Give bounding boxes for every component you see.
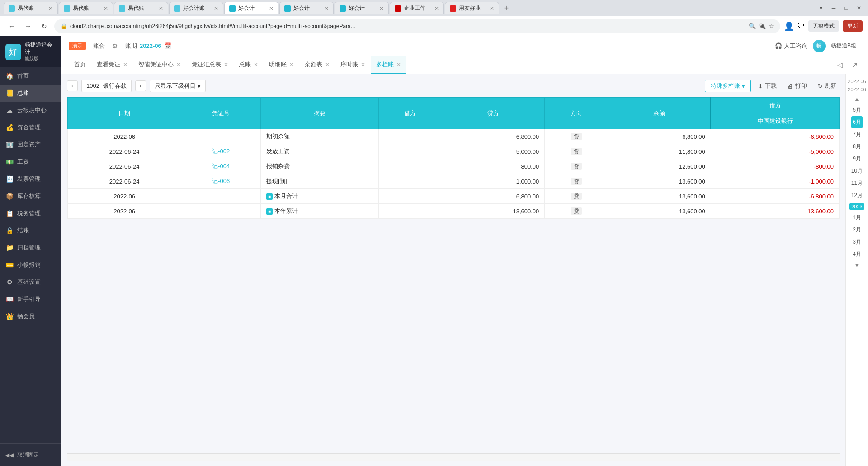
month-nav-item[interactable]: 7月 xyxy=(849,128,864,141)
tab-list-button[interactable]: ▾ xyxy=(816,3,826,14)
browser-tab-3[interactable]: 易代账 ✕ xyxy=(114,2,168,14)
tab-close-6[interactable]: ✕ xyxy=(324,5,329,12)
refresh-button[interactable]: ↻ xyxy=(38,20,51,33)
scroll-up-button[interactable]: ▲ xyxy=(846,94,868,104)
download-button[interactable]: ⬇ 下载 xyxy=(755,80,780,92)
bookmark-icon[interactable]: ☆ xyxy=(769,23,774,29)
calendar-icon[interactable]: 📅 xyxy=(164,42,171,49)
browser-tab-4[interactable]: 好会计账 ✕ xyxy=(169,2,223,14)
tab-close-1[interactable]: ✕ xyxy=(48,5,53,12)
month-nav-item[interactable]: 4月 xyxy=(849,248,864,260)
close-window-button[interactable]: ✕ xyxy=(854,3,864,14)
sidebar-item-home[interactable]: 🏠 首页 xyxy=(0,67,61,85)
browser-tab-6[interactable]: 好会计 ✕ xyxy=(279,2,334,14)
search-icon[interactable]: 🔍 xyxy=(749,23,756,29)
settings-gear-icon[interactable]: ⚙ xyxy=(112,42,118,50)
month-nav-item[interactable]: 6月 xyxy=(851,116,862,128)
sidebar-item-settings[interactable]: ⚙ 基础设置 xyxy=(0,273,61,291)
tab-close-5[interactable]: ✕ xyxy=(269,5,274,12)
sidebar-item-tax[interactable]: 📋 税务管理 xyxy=(0,205,61,222)
cell-voucher[interactable]: 记-006 xyxy=(181,174,261,189)
tab-close-7[interactable]: ✕ xyxy=(379,5,384,12)
tab-close-3[interactable]: ✕ xyxy=(159,5,163,12)
tab-sequence-close[interactable]: ✕ xyxy=(361,61,365,68)
print-button[interactable]: 🖨 打印 xyxy=(784,80,811,92)
month-nav-item[interactable]: 12月 xyxy=(849,189,864,202)
sidebar-item-cloud-report[interactable]: ☁ 云报表中心 xyxy=(0,102,61,119)
forward-button[interactable]: → xyxy=(22,20,34,33)
month-nav-item[interactable]: 1月 xyxy=(849,212,864,224)
sidebar-item-ledger[interactable]: 📒 总账 xyxy=(0,85,61,102)
shield-icon[interactable]: 🛡 xyxy=(797,22,805,30)
sidebar-item-invoice[interactable]: 🧾 发票管理 xyxy=(0,170,61,188)
sidebar-item-inventory[interactable]: 📦 库存核算 xyxy=(0,188,61,205)
next-account-button[interactable]: › xyxy=(135,80,146,91)
tab-close-9[interactable]: ✕ xyxy=(490,5,494,12)
collapse-panel-button[interactable]: ◁ xyxy=(834,59,846,71)
month-nav-item[interactable]: 3月 xyxy=(849,236,864,248)
cell-voucher[interactable]: 记-004 xyxy=(181,159,261,174)
extension-icon[interactable]: 🔌 xyxy=(759,23,766,29)
url-bar[interactable]: 🔒 cloud2.chanjet.com/accounting/uh26t264… xyxy=(54,19,780,33)
browser-tab-5[interactable]: 好会计 ✕ xyxy=(224,2,278,14)
tab-sequence-ledger[interactable]: 序时账 ✕ xyxy=(335,56,371,74)
back-button[interactable]: ← xyxy=(5,20,18,33)
tab-vouchers-close[interactable]: ✕ xyxy=(123,61,127,68)
minimize-button[interactable]: ─ xyxy=(828,3,839,14)
tab-summary-close[interactable]: ✕ xyxy=(224,61,228,68)
tab-close-4[interactable]: ✕ xyxy=(214,5,218,12)
month-nav-item[interactable]: 11月 xyxy=(849,177,864,189)
unpin-button[interactable]: ◀◀ 取消固定 xyxy=(5,448,56,461)
tab-close-8[interactable]: ✕ xyxy=(434,5,439,12)
browser-tab-8[interactable]: 企业工作 ✕ xyxy=(390,2,444,14)
sidebar-item-fixed-assets[interactable]: 🏢 固定资产 xyxy=(0,136,61,153)
filter-dropdown[interactable]: 只显示下级科目 ▾ xyxy=(150,80,206,92)
customer-service[interactable]: 🎧 人工咨询 xyxy=(775,42,807,50)
account-selector[interactable]: 1002 银行存款 xyxy=(81,80,132,92)
month-nav-item[interactable]: 10月 xyxy=(849,165,864,177)
tab-smart-close[interactable]: ✕ xyxy=(176,61,181,68)
bottom-scrollbar[interactable] xyxy=(67,453,840,461)
month-nav-item[interactable]: 5月 xyxy=(849,104,864,116)
tab-home[interactable]: 首页 xyxy=(69,56,91,74)
browser-tab-1[interactable]: 易代账 ✕ xyxy=(4,2,58,14)
no-trace-button[interactable]: 无痕模式 xyxy=(808,20,839,32)
new-tab-button[interactable]: + xyxy=(500,2,513,14)
cell-voucher[interactable]: 记-002 xyxy=(181,144,261,159)
maximize-button[interactable]: □ xyxy=(841,3,852,14)
scroll-down-button[interactable]: ▼ xyxy=(846,260,868,270)
sidebar-item-salary[interactable]: 💵 工资 xyxy=(0,153,61,170)
tab-detail-ledger[interactable]: 明细账 ✕ xyxy=(264,56,299,74)
tab-multi-column[interactable]: 多栏账 ✕ xyxy=(371,56,406,74)
sidebar-item-archive[interactable]: 📁 归档管理 xyxy=(0,239,61,256)
sidebar-item-expense[interactable]: 💳 小畅报销 xyxy=(0,256,61,273)
month-nav-item[interactable]: 8月 xyxy=(849,141,864,153)
tab-detail-close[interactable]: ✕ xyxy=(289,61,294,68)
refresh-action-button[interactable]: ↻ 刷新 xyxy=(814,80,840,92)
expand-panel-button[interactable]: ↗ xyxy=(848,59,861,71)
update-button[interactable]: 更新 xyxy=(843,20,863,32)
tab-general-close[interactable]: ✕ xyxy=(254,61,258,68)
sidebar-label-invoice: 发票管理 xyxy=(17,175,41,183)
feature-button[interactable]: 特殊多栏账 ▾ xyxy=(705,80,751,92)
sidebar-item-fund[interactable]: 💰 资金管理 xyxy=(0,119,61,136)
tab-vouchers[interactable]: 查看凭证 ✕ xyxy=(91,56,133,74)
browser-tab-9[interactable]: 用友好业 ✕ xyxy=(445,2,499,14)
tab-multi-close[interactable]: ✕ xyxy=(396,61,401,68)
ledger-content: ‹ 1002 银行存款 › 只显示下级科目 ▾ 特殊多栏账 ▾ xyxy=(61,74,845,466)
tab-general-ledger[interactable]: 总账 ✕ xyxy=(234,56,264,74)
tab-balance-table[interactable]: 余额表 ✕ xyxy=(299,56,335,74)
month-nav-item[interactable]: 9月 xyxy=(849,153,864,165)
tab-balance-close[interactable]: ✕ xyxy=(325,61,330,68)
browser-tab-2[interactable]: 易代账 ✕ xyxy=(59,2,113,14)
sidebar-item-member[interactable]: 👑 畅会员 xyxy=(0,308,61,325)
tab-voucher-summary[interactable]: 凭证汇总表 ✕ xyxy=(186,56,234,74)
profile-icon[interactable]: 👤 xyxy=(784,21,794,31)
sidebar-item-close[interactable]: 🔒 结账 xyxy=(0,222,61,239)
prev-account-button[interactable]: ‹ xyxy=(67,80,78,91)
tab-close-2[interactable]: ✕ xyxy=(104,5,108,12)
tab-smart-voucher[interactable]: 智能凭证中心 ✕ xyxy=(133,56,186,74)
month-nav-item[interactable]: 2月 xyxy=(849,224,864,236)
sidebar-item-guide[interactable]: 📖 新手引导 xyxy=(0,291,61,308)
browser-tab-7[interactable]: 好会计 ✕ xyxy=(335,2,389,14)
